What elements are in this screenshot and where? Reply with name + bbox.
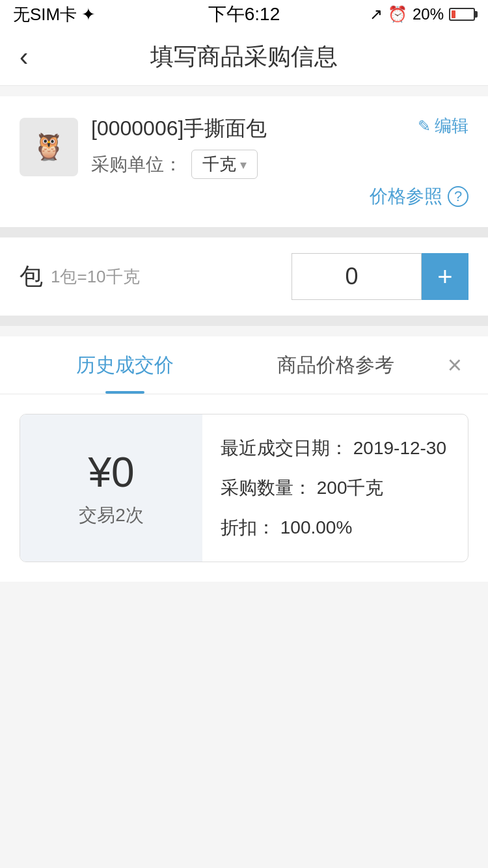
carrier-label: 无SIM卡 ✦	[13, 3, 96, 26]
edit-button[interactable]: ✎ 编辑	[418, 115, 468, 137]
tab-product-price-ref[interactable]: 商品价格参考	[230, 336, 441, 394]
back-button[interactable]: ‹	[20, 42, 28, 72]
battery-icon	[449, 8, 475, 21]
product-left: 🦉 [0000006]手撕面包 采购单位： 千克 ▾	[20, 115, 267, 179]
tab-history-label: 历史成交价	[76, 352, 174, 379]
price-trade-count: 交易2次	[79, 503, 144, 528]
price-ref-link[interactable]: 价格参照	[370, 184, 442, 209]
discount-value: 100.00%	[280, 517, 353, 537]
price-info-card: ¥0 交易2次 最近成交日期： 2019-12-30 采购数量： 200千克 折…	[20, 414, 468, 562]
section-divider	[0, 227, 488, 237]
unit-value: 千克	[202, 153, 236, 176]
edit-icon: ✎	[418, 117, 431, 135]
product-info: [0000006]手撕面包 采购单位： 千克 ▾	[91, 115, 267, 179]
price-right-panel: 最近成交日期： 2019-12-30 采购数量： 200千克 折扣： 100.0…	[202, 414, 468, 562]
edit-label: 编辑	[435, 115, 468, 137]
purchase-qty-label: 采购数量：	[221, 478, 312, 498]
product-header: 🦉 [0000006]手撕面包 采购单位： 千克 ▾ ✎ 编辑	[20, 115, 468, 179]
status-time: 下午6:12	[208, 2, 280, 27]
nav-bar: ‹ 填写商品采购信息	[0, 29, 488, 86]
unit-conversion: 1包=10千克	[51, 265, 140, 288]
discount-label: 折扣：	[221, 517, 275, 537]
price-purchase-qty: 采购数量： 200千克	[221, 474, 450, 503]
dropdown-arrow-icon: ▾	[240, 157, 247, 172]
price-content: ¥0 交易2次 最近成交日期： 2019-12-30 采购数量： 200千克 折…	[0, 394, 488, 582]
recent-date-value: 2019-12-30	[353, 438, 446, 458]
unit-label: 采购单位：	[91, 152, 182, 177]
unit-select[interactable]: 千克 ▾	[191, 150, 258, 179]
section-divider-2	[0, 316, 488, 326]
bottom-area	[0, 582, 488, 868]
quantity-input-row: +	[291, 253, 468, 300]
help-icon[interactable]: ?	[448, 186, 468, 207]
price-left-panel: ¥0 交易2次	[20, 414, 202, 562]
location-icon: ↗	[370, 5, 383, 23]
price-ref-row: 价格参照 ?	[20, 184, 468, 209]
purchase-qty-value: 200千克	[317, 478, 384, 498]
quantity-row: 包 1包=10千克 +	[0, 237, 488, 316]
status-right: ↗ ⏰ 20%	[370, 5, 475, 23]
tab-history-price[interactable]: 历史成交价	[20, 336, 230, 394]
product-thumbnail: 🦉	[20, 118, 78, 176]
product-card: 🦉 [0000006]手撕面包 采购单位： 千克 ▾ ✎ 编辑 价格参照 ?	[0, 96, 488, 227]
status-bar: 无SIM卡 ✦ 下午6:12 ↗ ⏰ 20%	[0, 0, 488, 29]
tabs-container: 历史成交价 商品价格参考 ×	[0, 336, 488, 394]
tab-close-button[interactable]: ×	[441, 351, 468, 379]
product-image-icon: 🦉	[33, 131, 65, 162]
quantity-label: 包 1包=10千克	[20, 261, 140, 293]
status-left: 无SIM卡 ✦	[13, 3, 96, 26]
price-amount: ¥0	[88, 448, 134, 496]
alarm-icon: ⏰	[388, 5, 407, 23]
product-name: [0000006]手撕面包	[91, 115, 267, 143]
unit-row: 采购单位： 千克 ▾	[91, 150, 267, 179]
page-title: 填写商品采购信息	[150, 41, 338, 73]
price-recent-date: 最近成交日期： 2019-12-30	[221, 434, 450, 463]
quantity-input[interactable]	[291, 253, 422, 300]
tab-product-price-label: 商品价格参考	[277, 352, 394, 379]
tab-underline	[105, 391, 144, 394]
battery-percent: 20%	[413, 5, 444, 23]
recent-date-label: 最近成交日期：	[221, 438, 348, 458]
price-discount: 折扣： 100.00%	[221, 513, 450, 543]
quantity-plus-button[interactable]: +	[422, 253, 468, 300]
unit-badge: 包	[20, 261, 43, 293]
